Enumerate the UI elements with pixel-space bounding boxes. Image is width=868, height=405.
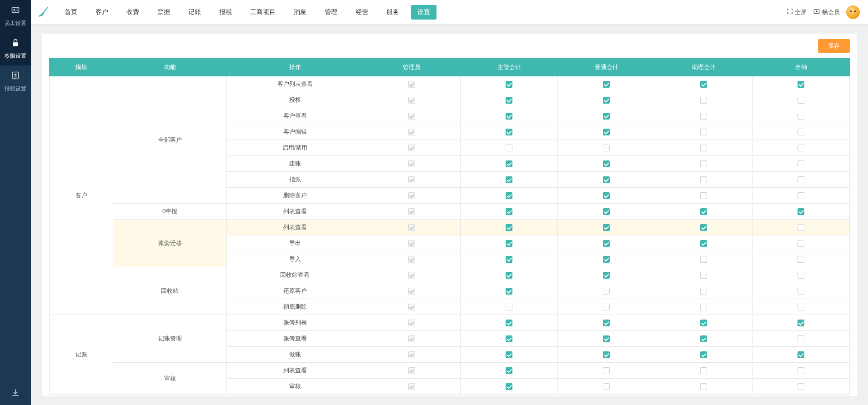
topnav-item-5[interactable]: 报税 xyxy=(210,0,241,24)
checkbox[interactable] xyxy=(603,367,610,374)
checkbox[interactable] xyxy=(506,335,512,342)
checkbox[interactable] xyxy=(603,304,610,310)
checkbox[interactable] xyxy=(700,176,707,183)
checkbox[interactable] xyxy=(700,367,707,374)
checkbox[interactable] xyxy=(798,113,804,120)
checkbox[interactable] xyxy=(603,129,610,135)
topnav-item-2[interactable]: 收费 xyxy=(117,0,148,24)
checkbox[interactable] xyxy=(798,129,804,135)
topnav-item-0[interactable]: 首页 xyxy=(55,0,86,24)
sidebar-item-0[interactable]: 员工设置 xyxy=(0,0,31,33)
checkbox[interactable] xyxy=(506,272,512,279)
checkbox[interactable] xyxy=(603,351,610,358)
checkbox[interactable] xyxy=(700,129,707,135)
checkbox[interactable] xyxy=(700,208,707,215)
checkbox[interactable] xyxy=(700,320,707,326)
checkbox[interactable] xyxy=(798,81,804,88)
topnav-item-6[interactable]: 工商项目 xyxy=(241,0,285,24)
logo[interactable] xyxy=(31,6,55,18)
checkbox[interactable] xyxy=(798,288,804,295)
sidebar-item-2[interactable]: 报税设置 xyxy=(0,65,31,98)
checkbox[interactable] xyxy=(700,304,707,310)
checkbox[interactable] xyxy=(506,383,512,390)
checkbox[interactable] xyxy=(506,129,512,135)
topnav-item-4[interactable]: 记账 xyxy=(179,0,210,24)
checkbox[interactable] xyxy=(506,145,512,151)
checkbox[interactable] xyxy=(700,145,707,151)
checkbox[interactable] xyxy=(506,81,512,88)
checkbox[interactable] xyxy=(603,240,610,247)
checkbox[interactable] xyxy=(603,288,610,295)
checkbox[interactable] xyxy=(700,288,707,295)
checkbox[interactable] xyxy=(700,272,707,279)
checkbox[interactable] xyxy=(506,113,512,120)
checkbox[interactable] xyxy=(700,113,707,120)
checkbox[interactable] xyxy=(506,351,512,358)
checkbox[interactable] xyxy=(798,192,804,199)
checkbox[interactable] xyxy=(798,224,804,231)
checkbox[interactable] xyxy=(506,240,512,247)
save-button[interactable]: 保存 xyxy=(818,39,850,53)
checkbox[interactable] xyxy=(506,256,512,263)
checkbox[interactable] xyxy=(506,97,512,104)
checkbox[interactable] xyxy=(506,224,512,231)
checkbox[interactable] xyxy=(506,192,512,199)
checkbox[interactable] xyxy=(506,304,512,310)
checkbox[interactable] xyxy=(700,97,707,104)
topnav-item-9[interactable]: 经营 xyxy=(346,0,377,24)
topnav-item-10[interactable]: 服务 xyxy=(377,0,408,24)
checkbox[interactable] xyxy=(700,335,707,342)
checkbox[interactable] xyxy=(798,145,804,151)
checkbox[interactable] xyxy=(798,176,804,183)
permissions-table-wrap[interactable]: 模块功能操作管理员主管会计普通会计助理会计出纳 客户全部客户客户列表查看授权客户… xyxy=(42,58,857,396)
checkbox[interactable] xyxy=(700,192,707,199)
checkbox[interactable] xyxy=(700,81,707,88)
checkbox[interactable] xyxy=(798,351,804,358)
checkbox[interactable] xyxy=(700,351,707,358)
sidebar-item-1[interactable]: 权限设置 xyxy=(0,33,31,65)
checkbox[interactable] xyxy=(798,272,804,279)
checkbox[interactable] xyxy=(700,240,707,247)
avatar[interactable] xyxy=(846,5,860,19)
topnav-item-3[interactable]: 票据 xyxy=(148,0,179,24)
checkbox[interactable] xyxy=(798,320,804,326)
checkbox[interactable] xyxy=(700,160,707,167)
topnav-item-11[interactable]: 设置 xyxy=(411,5,437,20)
checkbox[interactable] xyxy=(603,224,610,231)
checkbox[interactable] xyxy=(603,320,610,326)
fullscreen-button[interactable]: 全屏 xyxy=(787,8,807,16)
checkbox[interactable] xyxy=(798,383,804,390)
checkbox[interactable] xyxy=(603,208,610,215)
checkbox[interactable] xyxy=(798,335,804,342)
checkbox[interactable] xyxy=(603,335,610,342)
checkbox[interactable] xyxy=(603,176,610,183)
checkbox[interactable] xyxy=(798,97,804,104)
checkbox[interactable] xyxy=(603,97,610,104)
checkbox[interactable] xyxy=(603,272,610,279)
sidebar-download[interactable] xyxy=(0,383,31,405)
checkbox[interactable] xyxy=(506,320,512,326)
checkbox[interactable] xyxy=(603,81,610,88)
checkbox[interactable] xyxy=(603,113,610,120)
checkbox[interactable] xyxy=(700,224,707,231)
checkbox[interactable] xyxy=(798,304,804,310)
checkbox[interactable] xyxy=(506,160,512,167)
checkbox[interactable] xyxy=(798,256,804,263)
checkbox[interactable] xyxy=(603,383,610,390)
checkbox[interactable] xyxy=(506,367,512,374)
checkbox[interactable] xyxy=(603,256,610,263)
topnav-item-1[interactable]: 客户 xyxy=(86,0,117,24)
checkbox[interactable] xyxy=(700,256,707,263)
checkbox[interactable] xyxy=(506,288,512,295)
checkbox[interactable] xyxy=(700,383,707,390)
checkbox[interactable] xyxy=(506,208,512,215)
checkbox[interactable] xyxy=(603,192,610,199)
topnav-item-7[interactable]: 消息 xyxy=(285,0,316,24)
checkbox[interactable] xyxy=(798,367,804,374)
checkbox[interactable] xyxy=(798,208,804,215)
topnav-item-8[interactable]: 管理 xyxy=(316,0,346,24)
checkbox[interactable] xyxy=(798,160,804,167)
checkbox[interactable] xyxy=(603,160,610,167)
checkbox[interactable] xyxy=(798,240,804,247)
member-button[interactable]: 畅会员 xyxy=(813,8,840,16)
